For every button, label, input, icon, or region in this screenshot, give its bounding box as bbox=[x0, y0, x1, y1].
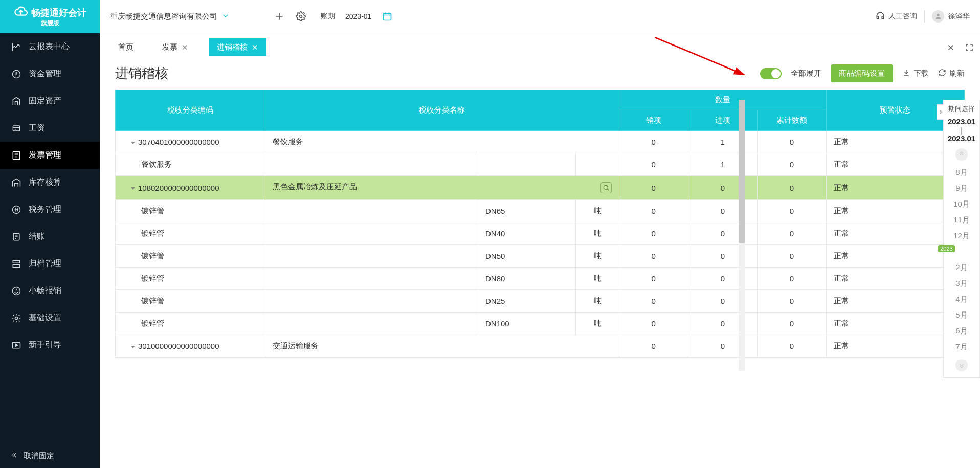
tab-1[interactable]: 发票✕ bbox=[154, 38, 196, 56]
cell-unit: 吨 bbox=[576, 268, 619, 290]
collapse-time-panel[interactable] bbox=[937, 104, 944, 120]
expander-icon[interactable] bbox=[131, 142, 135, 144]
cell-cumulative: 0 bbox=[757, 200, 826, 222]
month-4月[interactable]: 4月 bbox=[953, 292, 970, 307]
cell-name: 黑色金属冶炼及压延产品 bbox=[265, 176, 619, 200]
download-button[interactable]: 下载 bbox=[902, 69, 929, 78]
fullscreen-button[interactable] bbox=[964, 42, 975, 53]
nav-label: 发票管理 bbox=[29, 150, 61, 161]
user-menu[interactable]: 徐泽华 bbox=[932, 10, 970, 23]
sidebar-item-1[interactable]: 资金管理 bbox=[0, 60, 100, 87]
month-12月[interactable]: 12月 bbox=[953, 228, 970, 244]
cell-sales: 0 bbox=[619, 131, 688, 153]
sidebar-item-6[interactable]: 税务管理 bbox=[0, 196, 100, 223]
cell-cumulative: 0 bbox=[757, 268, 826, 290]
cell-purchase: 1 bbox=[688, 131, 757, 153]
cell-spec bbox=[478, 153, 576, 176]
month-8月[interactable]: 8月 bbox=[953, 165, 970, 181]
sidebar-item-5[interactable]: 库存核算 bbox=[0, 169, 100, 196]
settings-button[interactable] bbox=[295, 11, 306, 22]
table-row[interactable]: 镀锌管DN40吨000正常 bbox=[116, 222, 965, 245]
month-10月[interactable]: 10月 bbox=[953, 196, 970, 212]
sidebar-item-9[interactable]: 小畅报销 bbox=[0, 277, 100, 304]
nav-label: 结账 bbox=[29, 231, 45, 242]
cell-name bbox=[265, 313, 478, 335]
table-wrap: 税收分类编码 税收分类名称 数量 预警状态 销项 进项 累计数额 3070401… bbox=[100, 90, 980, 468]
cell-spec: DN65 bbox=[478, 200, 576, 222]
main: 重庆畅捷交通信息咨询有限公司 账期 2023-01 bbox=[100, 0, 980, 468]
nav-label: 固定资产 bbox=[29, 96, 61, 106]
chevron-down-icon bbox=[221, 12, 230, 21]
sidebar-item-2[interactable]: 固定资产 bbox=[0, 87, 100, 115]
month-5月[interactable]: 5月 bbox=[953, 307, 970, 323]
cell-name bbox=[265, 222, 478, 245]
tab-label: 进销稽核 bbox=[217, 42, 248, 52]
sidebar-item-0[interactable]: 云报表中心 bbox=[0, 33, 100, 60]
sidebar-item-11[interactable]: 新手引导 bbox=[0, 331, 100, 359]
nav-icon bbox=[11, 69, 21, 79]
table-row[interactable]: 餐饮服务010正常 bbox=[116, 153, 965, 176]
expander-icon[interactable] bbox=[131, 346, 135, 348]
month-3月[interactable]: 3月 bbox=[953, 276, 970, 292]
close-all-tabs[interactable] bbox=[945, 42, 956, 53]
time-scroll-down[interactable] bbox=[955, 359, 968, 371]
close-icon[interactable]: ✕ bbox=[252, 43, 258, 52]
scrollbar[interactable] bbox=[739, 100, 745, 371]
cell-spec: DN80 bbox=[478, 268, 576, 290]
table-row[interactable]: 3070401000000000000餐饮服务010正常 bbox=[116, 131, 965, 153]
consult-button[interactable]: 人工咨询 bbox=[875, 11, 917, 23]
sidebar-item-3[interactable]: 工资 bbox=[0, 115, 100, 142]
table-row[interactable]: 镀锌管DN50吨000正常 bbox=[116, 245, 965, 268]
org-select[interactable]: 重庆畅捷交通信息咨询有限公司 bbox=[110, 12, 263, 21]
cell-name bbox=[265, 268, 478, 290]
month-9月[interactable]: 9月 bbox=[953, 181, 970, 196]
th-cumulative: 累计数额 bbox=[757, 110, 826, 131]
unpin-icon bbox=[11, 451, 19, 461]
month-6月[interactable]: 6月 bbox=[953, 323, 970, 339]
user-name: 徐泽华 bbox=[948, 12, 970, 21]
sidebar-item-10[interactable]: 基础设置 bbox=[0, 304, 100, 331]
table-row[interactable]: 3010000000000000000交通运输服务000正常 bbox=[116, 335, 965, 358]
cell-purchase: 0 bbox=[688, 290, 757, 313]
svg-point-10 bbox=[937, 14, 939, 16]
cell-code: 镀锌管 bbox=[116, 222, 265, 245]
expander-icon[interactable] bbox=[131, 187, 135, 190]
product-code-setting-button[interactable]: 商品编码设置 bbox=[831, 64, 893, 82]
nav-icon bbox=[11, 340, 21, 350]
cell-spec: DN25 bbox=[478, 290, 576, 313]
unpin-button[interactable]: 取消固定 bbox=[0, 444, 100, 468]
cell-sales: 0 bbox=[619, 153, 688, 176]
table-row[interactable]: 镀锌管DN25吨000正常 bbox=[116, 290, 965, 313]
expand-all-toggle[interactable] bbox=[760, 68, 782, 79]
cell-name bbox=[265, 200, 478, 222]
month-1月[interactable]: 20231月 bbox=[953, 244, 970, 260]
expand-all-label: 全部展开 bbox=[791, 69, 821, 78]
tab-2[interactable]: 进销稽核✕ bbox=[209, 38, 266, 56]
cell-sales: 0 bbox=[619, 222, 688, 245]
time-scroll-up[interactable] bbox=[955, 148, 968, 161]
month-7月[interactable]: 7月 bbox=[953, 339, 970, 355]
search-in-cell-icon[interactable] bbox=[600, 182, 612, 193]
cell-sales: 0 bbox=[619, 313, 688, 335]
tab-0[interactable]: 首页 bbox=[110, 38, 142, 56]
add-button[interactable] bbox=[274, 11, 285, 22]
table-row[interactable]: 镀锌管DN100吨000正常 bbox=[116, 313, 965, 335]
table-row[interactable]: 1080200000000000000黑色金属冶炼及压延产品000正常 bbox=[116, 176, 965, 200]
cell-purchase: 0 bbox=[688, 245, 757, 268]
close-icon[interactable]: ✕ bbox=[182, 43, 188, 52]
cell-name: 餐饮服务 bbox=[265, 131, 619, 153]
sidebar-item-7[interactable]: 结账 bbox=[0, 223, 100, 250]
sidebar-item-8[interactable]: 归档管理 bbox=[0, 250, 100, 277]
sidebar-item-4[interactable]: 发票管理 bbox=[0, 142, 100, 169]
nav-label: 新手引导 bbox=[29, 340, 61, 350]
cell-purchase: 0 bbox=[688, 313, 757, 335]
cell-name bbox=[265, 153, 478, 176]
table-row[interactable]: 镀锌管DN80吨000正常 bbox=[116, 268, 965, 290]
table-row[interactable]: 镀锌管DN65吨000正常 bbox=[116, 200, 965, 222]
refresh-button[interactable]: 刷新 bbox=[938, 69, 965, 78]
th-name: 税收分类名称 bbox=[265, 90, 619, 131]
th-code: 税收分类编码 bbox=[116, 90, 265, 131]
month-2月[interactable]: 2月 bbox=[953, 260, 970, 276]
month-11月[interactable]: 11月 bbox=[953, 212, 970, 228]
calendar-icon[interactable] bbox=[382, 11, 393, 22]
